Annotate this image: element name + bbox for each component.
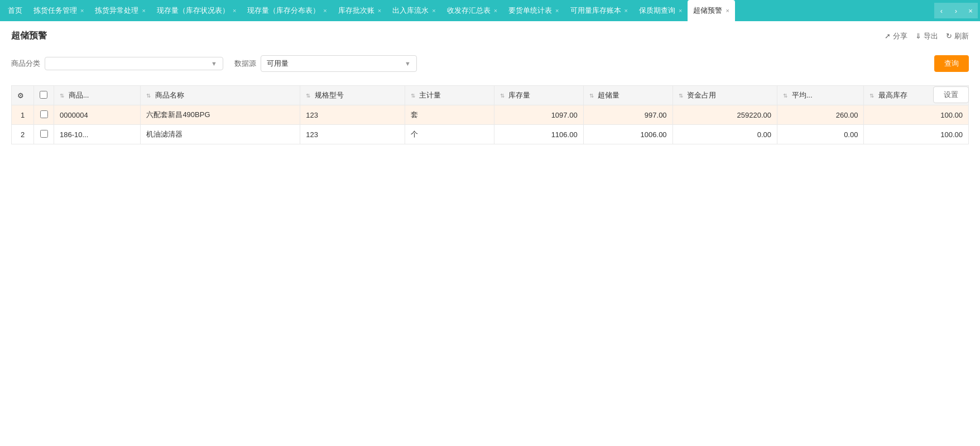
nav-next-button[interactable]: ›	[949, 3, 963, 18]
nav-item-首页[interactable]: 首页	[2, 0, 28, 21]
filter-bar: 商品分类 ▼ 数据源 可用量 ▼ 查询 设置	[11, 50, 969, 77]
close-tab-icon[interactable]: ×	[80, 7, 84, 14]
data-table: ⚙ ⇅ 商品... ⇅ 商品名称 ⇅ 规格型号 ⇅	[11, 85, 969, 144]
close-tab-icon[interactable]: ×	[726, 7, 729, 14]
th-overstock[interactable]: ⇅ 超储量	[583, 86, 672, 105]
nav-item-可用量库存账本[interactable]: 可用量库存账本×	[565, 0, 633, 21]
page-content: 超储预警 ➚ 分享 ⇓ 导出 ↻ 刷新 商品分类 ▼ 数据源	[0, 21, 980, 153]
nav-item-拣货任务管理[interactable]: 拣货任务管理×	[28, 0, 89, 21]
th-select-all[interactable]	[34, 86, 54, 105]
datasource-select[interactable]: 可用量 ▼	[261, 55, 417, 72]
td-spec-0: 123	[300, 105, 405, 125]
sort-icon-stock: ⇅	[500, 93, 505, 99]
th-unit[interactable]: ⇅ 主计量	[405, 86, 494, 105]
close-tab-icon[interactable]: ×	[233, 7, 236, 14]
filter-actions: 查询	[934, 55, 969, 72]
td-avg-1: 0.00	[777, 125, 864, 144]
category-label: 商品分类	[11, 59, 40, 69]
th-code[interactable]: ⇅ 商品...	[54, 86, 141, 105]
nav-item-超储预警[interactable]: 超储预警×	[688, 0, 734, 21]
td-name-0: 六配套新昌490BPG	[141, 105, 300, 125]
th-stock[interactable]: ⇅ 库存量	[494, 86, 583, 105]
select-all-checkbox[interactable]	[40, 91, 47, 99]
sort-icon-max: ⇅	[869, 93, 874, 99]
td-unit-0: 套	[405, 105, 494, 125]
td-code-0: 0000004	[54, 105, 141, 125]
td-maxstock-0: 100.00	[864, 105, 969, 125]
td-name-1: 机油滤清器	[141, 125, 300, 144]
td-maxstock-1: 100.00	[864, 125, 969, 144]
table-header-row: ⚙ ⇅ 商品... ⇅ 商品名称 ⇅ 规格型号 ⇅	[12, 86, 969, 105]
sort-icon-overstock: ⇅	[589, 93, 594, 99]
close-tab-icon[interactable]: ×	[494, 7, 497, 14]
nav-item-出入库流水[interactable]: 出入库流水×	[387, 0, 441, 21]
share-icon: ➚	[885, 32, 891, 40]
sort-icon-unit: ⇅	[411, 93, 415, 99]
sort-icon-name: ⇅	[146, 93, 151, 99]
top-nav: 首页拣货任务管理×拣货异常处理×现存量（库存状况表）×现存量（库存分布表）×库存…	[0, 0, 980, 21]
nav-arrows: ‹ › ×	[934, 3, 978, 18]
nav-item-保质期查询[interactable]: 保质期查询×	[633, 0, 688, 21]
datasource-select-text: 可用量	[267, 59, 289, 69]
td-code-1: 186-10...	[54, 125, 141, 144]
td-stock-1: 1106.00	[494, 125, 583, 144]
td-num-1: 2	[12, 125, 34, 144]
datasource-label: 数据源	[234, 59, 256, 69]
td-spec-1: 123	[300, 125, 405, 144]
th-avg[interactable]: ⇅ 平均...	[777, 86, 864, 105]
td-overstock-0: 997.00	[583, 105, 672, 125]
th-name[interactable]: ⇅ 商品名称	[141, 86, 300, 105]
td-capital-0: 259220.00	[672, 105, 777, 125]
close-tab-icon[interactable]: ×	[378, 7, 381, 14]
td-unit-1: 个	[405, 125, 494, 144]
td-overstock-1: 1006.00	[583, 125, 672, 144]
table-row: 2 186-10... 机油滤清器 123 个 1106.00 1006.00 …	[12, 125, 969, 144]
nav-close-button[interactable]: ×	[963, 3, 978, 18]
td-avg-0: 260.00	[777, 105, 864, 125]
close-tab-icon[interactable]: ×	[323, 7, 326, 14]
close-tab-icon[interactable]: ×	[679, 7, 682, 14]
close-tab-icon[interactable]: ×	[432, 7, 435, 14]
refresh-icon: ↻	[946, 32, 952, 40]
refresh-button[interactable]: ↻ 刷新	[946, 31, 969, 41]
sort-icon-capital: ⇅	[679, 93, 683, 99]
gear-icon: ⚙	[17, 91, 24, 100]
query-button[interactable]: 查询	[934, 55, 969, 72]
td-checkbox-0[interactable]	[34, 105, 54, 125]
close-tab-icon[interactable]: ×	[624, 7, 628, 14]
settings-button[interactable]: 设置	[933, 86, 969, 103]
td-capital-1: 0.00	[672, 125, 777, 144]
close-tab-icon[interactable]: ×	[142, 7, 145, 14]
export-button[interactable]: ⇓ 导出	[915, 31, 938, 41]
page-header: 超储预警 ➚ 分享 ⇓ 导出 ↻ 刷新	[11, 30, 969, 42]
td-stock-0: 1097.00	[494, 105, 583, 125]
datasource-dropdown-icon: ▼	[405, 60, 411, 67]
sort-icon-code: ⇅	[60, 93, 64, 99]
nav-item-要货单统计表[interactable]: 要货单统计表×	[503, 0, 564, 21]
header-actions: ➚ 分享 ⇓ 导出 ↻ 刷新	[885, 31, 969, 41]
th-gear[interactable]: ⚙	[12, 86, 34, 105]
page-title: 超储预警	[11, 30, 47, 42]
category-filter-group: 商品分类 ▼	[11, 57, 223, 70]
row-checkbox-0[interactable]	[40, 110, 48, 118]
sort-icon-avg: ⇅	[783, 93, 787, 99]
close-tab-icon[interactable]: ×	[555, 7, 559, 14]
nav-item-拣货异常处理[interactable]: 拣货异常处理×	[89, 0, 151, 21]
td-checkbox-1[interactable]	[34, 125, 54, 144]
nav-item-现存量库存分布表[interactable]: 现存量（库存分布表）×	[242, 0, 332, 21]
nav-item-现存量库存状况表[interactable]: 现存量（库存状况表）×	[151, 0, 242, 21]
nav-item-收发存汇总表[interactable]: 收发存汇总表×	[441, 0, 503, 21]
export-icon: ⇓	[915, 32, 921, 40]
sort-icon-spec: ⇅	[306, 93, 310, 99]
row-checkbox-1[interactable]	[40, 130, 48, 138]
th-spec[interactable]: ⇅ 规格型号	[300, 86, 405, 105]
category-select[interactable]: ▼	[45, 57, 223, 70]
td-num-0: 1	[12, 105, 34, 125]
table-row: 1 0000004 六配套新昌490BPG 123 套 1097.00 997.…	[12, 105, 969, 125]
nav-prev-button[interactable]: ‹	[934, 3, 949, 18]
table-body: 1 0000004 六配套新昌490BPG 123 套 1097.00 997.…	[12, 105, 969, 144]
nav-item-库存批次账[interactable]: 库存批次账×	[333, 0, 387, 21]
datasource-filter-group: 数据源 可用量 ▼	[234, 55, 417, 72]
share-button[interactable]: ➚ 分享	[885, 31, 907, 41]
th-capital[interactable]: ⇅ 资金占用	[672, 86, 777, 105]
